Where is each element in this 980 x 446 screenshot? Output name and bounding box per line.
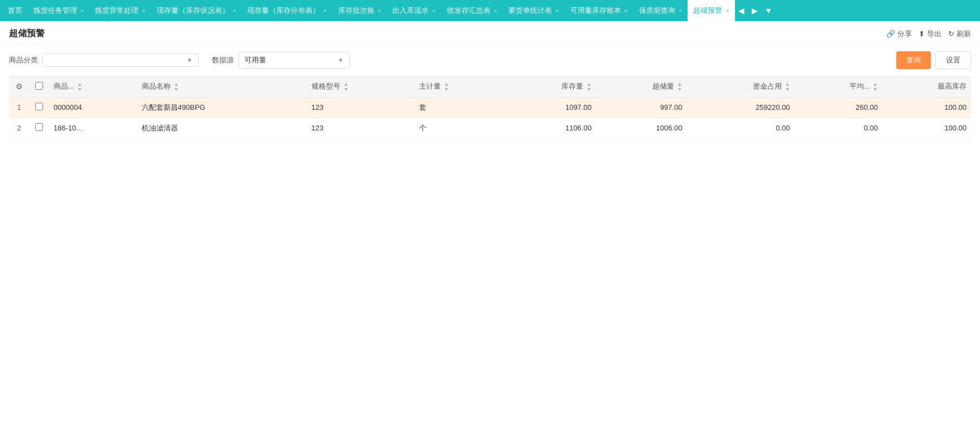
- product-category-filter: 商品分类 ▼: [9, 54, 199, 67]
- refresh-button[interactable]: ↻ 刷新: [948, 29, 971, 39]
- nav-tab-stock-dist[interactable]: 现存量（库存分布表） ×: [242, 0, 332, 21]
- close-icon[interactable]: ×: [494, 7, 497, 14]
- close-icon[interactable]: ×: [80, 7, 84, 14]
- th-name[interactable]: 商品名称 ▲▼: [137, 76, 307, 98]
- data-source-select[interactable]: 可用量 ▼: [238, 52, 350, 69]
- th-capital[interactable]: 资金占用 ▲▼: [687, 76, 795, 98]
- close-icon[interactable]: ×: [233, 7, 236, 14]
- nav-menu-button[interactable]: ▼: [762, 0, 775, 21]
- nav-tab-summary[interactable]: 收发存汇总表 ×: [441, 0, 503, 21]
- nav-tab-inout[interactable]: 出入库流水 ×: [387, 0, 441, 21]
- close-icon[interactable]: ×: [378, 7, 381, 14]
- th-spec[interactable]: 规格型号 ▲▼: [307, 76, 415, 98]
- row-checkbox-cell[interactable]: [29, 118, 49, 138]
- chevron-down-icon: ▼: [338, 57, 344, 64]
- nav-tab-task[interactable]: 拣货任务管理 ×: [28, 0, 89, 21]
- row-max-stock: 100.00: [882, 118, 971, 138]
- settings-button[interactable]: 设置: [935, 51, 971, 69]
- row-overstock: 997.00: [596, 97, 687, 118]
- nav-tab-abnormal[interactable]: 拣货异常处理 ×: [89, 0, 151, 21]
- row-code: 0000004: [49, 97, 137, 118]
- nav-tab-order-stats[interactable]: 要货单统计表 ×: [503, 0, 564, 21]
- th-stock[interactable]: 库存量 ▲▼: [505, 76, 596, 98]
- top-navigation: 首页 拣货任务管理 × 拣货异常处理 × 现存量（库存状况表） × 现存量（库存…: [0, 0, 980, 21]
- row-stock: 1106.00: [505, 118, 596, 138]
- query-button[interactable]: 查询: [896, 51, 931, 69]
- close-icon[interactable]: ×: [679, 7, 682, 14]
- filter-buttons: 查询 设置: [896, 51, 971, 69]
- row-overstock: 1006.00: [596, 118, 687, 138]
- row-num: 2: [9, 118, 29, 138]
- row-capital: 259220.00: [687, 97, 795, 118]
- nav-tab-home[interactable]: 首页: [2, 0, 28, 21]
- sort-arrows-icon: ▲▼: [587, 82, 592, 92]
- data-source-label: 数据源: [212, 55, 234, 65]
- nav-tab-available-stock[interactable]: 可用量库存账本 ×: [565, 0, 633, 21]
- close-icon[interactable]: ×: [726, 7, 729, 14]
- th-checkbox[interactable]: [29, 76, 49, 98]
- row-code: 186-10...: [49, 118, 137, 138]
- close-icon[interactable]: ×: [432, 7, 435, 14]
- settings-icon[interactable]: ⚙: [16, 82, 23, 91]
- export-icon: ⬆: [919, 30, 925, 38]
- nav-next-button[interactable]: ▶: [748, 0, 762, 21]
- row-checkbox-cell[interactable]: [29, 97, 49, 118]
- sort-arrows-icon: ▲▼: [444, 82, 449, 92]
- th-unit[interactable]: 主计量 ▲▼: [415, 76, 506, 98]
- product-category-label: 商品分类: [9, 55, 38, 65]
- row-unit: 个: [415, 118, 506, 138]
- header-actions: 🔗 分享 ⬆ 导出 ↻ 刷新: [886, 29, 971, 39]
- close-icon[interactable]: ×: [555, 7, 559, 14]
- sort-arrows-icon: ▲▼: [785, 82, 790, 92]
- filter-bar: 商品分类 ▼ 数据源 可用量 ▼ 查询 设置: [0, 45, 980, 76]
- row-name: 六配套新昌490BPG: [137, 97, 307, 118]
- select-all-checkbox[interactable]: [35, 82, 43, 90]
- nav-tab-stock-status[interactable]: 现存量（库存状况表） ×: [151, 0, 242, 21]
- sort-arrows-icon: ▲▼: [873, 82, 878, 92]
- row-capital: 0.00: [687, 118, 795, 138]
- share-button[interactable]: 🔗 分享: [886, 29, 912, 39]
- product-category-select[interactable]: ▼: [42, 54, 199, 67]
- row-avg: 0.00: [794, 118, 882, 138]
- row-avg: 260.00: [794, 97, 882, 118]
- page-header: 超储预警 🔗 分享 ⬆ 导出 ↻ 刷新: [0, 21, 980, 45]
- th-avg[interactable]: 平均... ▲▼: [794, 76, 882, 98]
- table-wrapper: ⚙ 商品... ▲▼ 商品名称 ▲▼ 规格型号 ▲▼ 主计: [0, 76, 980, 139]
- sort-arrows-icon: ▲▼: [77, 82, 82, 92]
- table-row: 1 0000004 六配套新昌490BPG 123 套 1097.00 997.…: [9, 97, 971, 118]
- close-icon[interactable]: ×: [323, 7, 326, 14]
- row-spec: 123: [307, 118, 415, 138]
- chevron-down-icon: ▼: [186, 57, 193, 64]
- th-overstock[interactable]: 超储量 ▲▼: [596, 76, 687, 98]
- overstock-table: ⚙ 商品... ▲▼ 商品名称 ▲▼ 规格型号 ▲▼ 主计: [9, 76, 971, 139]
- row-checkbox[interactable]: [35, 123, 43, 131]
- close-icon[interactable]: ×: [142, 7, 145, 14]
- row-name: 机油滤清器: [137, 118, 307, 138]
- row-unit: 套: [415, 97, 506, 118]
- sort-arrows-icon: ▲▼: [343, 82, 348, 92]
- row-num: 1: [9, 97, 29, 118]
- nav-prev-button[interactable]: ◀: [735, 0, 748, 21]
- table-header-row: ⚙ 商品... ▲▼ 商品名称 ▲▼ 规格型号 ▲▼ 主计: [9, 76, 971, 98]
- sort-arrows-icon: ▲▼: [678, 82, 683, 92]
- sort-arrows-icon: ▲▼: [174, 82, 179, 92]
- row-spec: 123: [307, 97, 415, 118]
- row-checkbox[interactable]: [35, 103, 43, 110]
- row-stock: 1097.00: [505, 97, 596, 118]
- th-max-stock[interactable]: 最高库存: [882, 76, 971, 98]
- share-icon: 🔗: [886, 30, 895, 38]
- table-row: 2 186-10... 机油滤清器 123 个 1106.00 1006.00 …: [9, 118, 971, 138]
- export-button[interactable]: ⬆ 导出: [919, 29, 941, 39]
- data-source-filter: 数据源 可用量 ▼: [212, 52, 350, 69]
- nav-tab-overstock[interactable]: 超储预警 ×: [688, 0, 734, 21]
- row-max-stock: 100.00: [882, 97, 971, 118]
- nav-tab-expiry[interactable]: 保质期查询 ×: [633, 0, 688, 21]
- th-gear[interactable]: ⚙: [9, 76, 29, 98]
- th-code[interactable]: 商品... ▲▼: [49, 76, 137, 98]
- nav-tab-batch[interactable]: 库存批次账 ×: [333, 0, 387, 21]
- close-icon[interactable]: ×: [624, 7, 628, 14]
- refresh-icon: ↻: [948, 30, 954, 38]
- page-title: 超储预警: [9, 28, 45, 40]
